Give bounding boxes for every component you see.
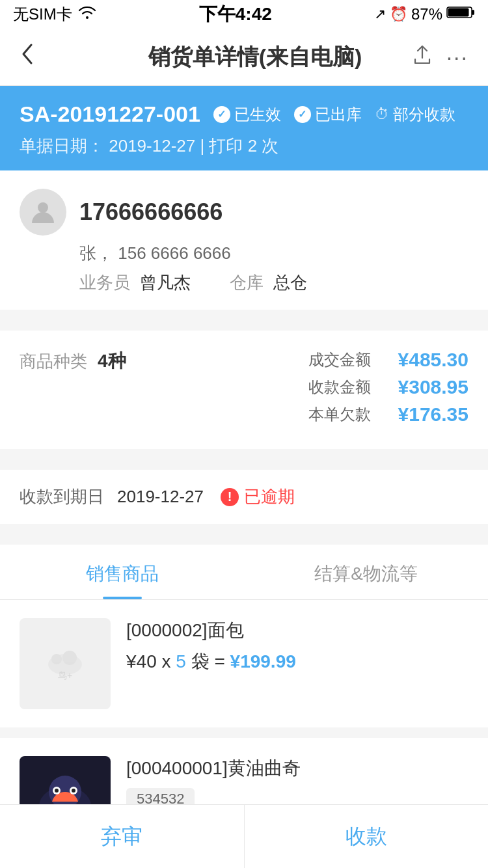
product-1-info: [0000002]面包 ¥40 x 5 袋 = ¥199.99 [126, 618, 468, 674]
customer-sub: 张， 156 6666 6666 [79, 242, 468, 265]
customer-name-text: 张， [79, 243, 113, 263]
product-1-multiply: x [162, 651, 176, 671]
cancel-label: 弃审 [101, 822, 142, 851]
customer-id: 17666666666 [79, 198, 223, 226]
debt-value: ¥176.35 [384, 403, 468, 426]
divider-1 [0, 320, 488, 331]
print-info: | 打印 2 次 [200, 136, 278, 156]
product-type-item: 商品种类 4种 [20, 349, 126, 373]
divider-3 [0, 534, 488, 545]
banner-row2: 单据日期： 2019-12-27 | 打印 2 次 [20, 135, 468, 157]
svg-rect-1 [472, 10, 474, 15]
nav-bar: 销货单详情(来自电脑) ··· [0, 29, 488, 86]
svg-point-5 [51, 654, 62, 664]
deal-amount-row: 成交金额 ¥485.30 [308, 349, 468, 371]
collection-row: 收款金额 ¥308.95 [308, 376, 468, 398]
check-icon-2: ✓ [294, 106, 311, 123]
collection-value: ¥308.95 [384, 376, 468, 398]
svg-point-13 [55, 789, 59, 793]
nav-actions: ··· [411, 44, 468, 70]
tab-settlement[interactable]: 结算&物流等 [244, 545, 488, 599]
battery-icon [446, 5, 475, 23]
deal-amount-value: ¥485.30 [384, 349, 468, 371]
status-right: ↗ ⏰ 87% [374, 5, 475, 23]
status-left: 无SIM卡 [13, 4, 97, 25]
product-2-name: [000400001]黄油曲奇 [126, 756, 468, 781]
customer-section: 17666666666 张， 156 6666 6666 业务员 曾凡杰 仓库 … [0, 170, 488, 310]
order-date: 2019-12-27 [109, 136, 195, 156]
badge-partial: ⏱ 部分收款 [375, 104, 455, 125]
nav-title: 销货单详情(来自电脑) [81, 42, 429, 72]
date-label: 单据日期： [20, 136, 104, 156]
badge-shipped: ✓ 已出库 [294, 104, 362, 125]
order-banner: SA-20191227-001 ✓ 已生效 ✓ 已出库 ⏱ 部分收款 单据日期：… [0, 86, 488, 170]
tab-products-label: 销售商品 [86, 563, 159, 584]
summary-left: 商品种类 4种 [20, 349, 126, 373]
warehouse-info: 仓库 总仓 [230, 271, 307, 294]
svg-rect-2 [448, 8, 468, 17]
product-type-value: 4种 [98, 349, 126, 373]
warehouse-value: 总仓 [273, 273, 307, 292]
customer-phone: 156 6666 6666 [118, 243, 231, 263]
svg-point-14 [72, 789, 75, 793]
tab-products[interactable]: 销售商品 [0, 545, 244, 599]
tabs-row: 销售商品 结算&物流等 [0, 545, 488, 599]
due-section: 收款到期日 2019-12-27 ! 已逾期 [0, 470, 488, 524]
status-bar: 无SIM卡 下午4:42 ↗ ⏰ 87% [0, 0, 488, 29]
overdue-icon: ! [221, 488, 239, 506]
order-id: SA-20191227-001 [20, 102, 200, 127]
back-button[interactable] [20, 34, 42, 79]
due-label: 收款到期日 [20, 485, 104, 508]
badge-active-label: 已生效 [234, 104, 281, 125]
battery-text: 87% [411, 5, 442, 23]
product-1-price: ¥40 x 5 袋 = ¥199.99 [126, 649, 468, 674]
overdue-badge: ! 已逾期 [221, 485, 295, 508]
svg-point-3 [38, 202, 48, 213]
carrier-text: 无SIM卡 [13, 4, 72, 25]
product-1-unit: 袋 [191, 651, 210, 671]
customer-meta: 业务员 曾凡杰 仓库 总仓 [79, 271, 468, 294]
badge-partial-label: 部分收款 [393, 104, 455, 125]
product-item: 鸟+ [0000002]面包 ¥40 x 5 袋 = ¥199.99 [0, 600, 488, 727]
banner-row1: SA-20191227-001 ✓ 已生效 ✓ 已出库 ⏱ 部分收款 [20, 102, 468, 127]
check-icon-1: ✓ [213, 106, 230, 123]
badge-shipped-label: 已出库 [315, 104, 362, 125]
cancel-button[interactable]: 弃审 [0, 805, 245, 868]
deal-amount-label: 成交金额 [308, 349, 371, 370]
due-date-value: 2019-12-27 [117, 487, 204, 507]
confirm-button[interactable]: 收款 [245, 805, 489, 868]
wifi-icon [77, 5, 97, 23]
confirm-label: 收款 [346, 822, 387, 851]
overdue-text: 已逾期 [244, 485, 295, 508]
status-time: 下午4:42 [199, 2, 272, 27]
product-1-unit-price: ¥40 [126, 651, 157, 671]
badge-active: ✓ 已生效 [213, 104, 281, 125]
product-1-total: ¥199.99 [230, 651, 296, 671]
share-icon[interactable] [411, 44, 433, 70]
product-1-qty: 5 [176, 651, 186, 671]
product-1-image: 鸟+ [20, 618, 111, 709]
collection-label: 收款金额 [308, 377, 371, 398]
customer-row: 17666666666 [20, 189, 468, 236]
warehouse-label: 仓库 [230, 273, 264, 292]
customer-avatar [20, 189, 66, 236]
summary-row: 商品种类 4种 成交金额 ¥485.30 收款金额 ¥308.95 本单欠款 ¥… [20, 349, 468, 431]
salesman-info: 业务员 曾凡杰 [79, 271, 191, 294]
location-icon: ↗ [374, 6, 386, 23]
svg-point-6 [62, 651, 77, 665]
divider-2 [0, 459, 488, 470]
tab-settlement-label: 结算&物流等 [314, 563, 418, 584]
debt-label: 本单欠款 [308, 404, 371, 425]
more-icon[interactable]: ··· [446, 44, 468, 70]
alarm-icon: ⏰ [390, 6, 407, 23]
bottom-bar: 弃审 收款 [0, 804, 488, 868]
summary-section: 商品种类 4种 成交金额 ¥485.30 收款金额 ¥308.95 本单欠款 ¥… [0, 331, 488, 449]
debt-row: 本单欠款 ¥176.35 [308, 403, 468, 426]
product-1-equals: = [214, 651, 230, 671]
salesman-value: 曾凡杰 [140, 273, 191, 292]
summary-right: 成交金额 ¥485.30 收款金额 ¥308.95 本单欠款 ¥176.35 [308, 349, 468, 431]
product-1-name: [0000002]面包 [126, 618, 468, 643]
salesman-label: 业务员 [79, 273, 130, 292]
clock-icon: ⏱ [375, 106, 389, 123]
svg-text:鸟+: 鸟+ [58, 670, 72, 681]
